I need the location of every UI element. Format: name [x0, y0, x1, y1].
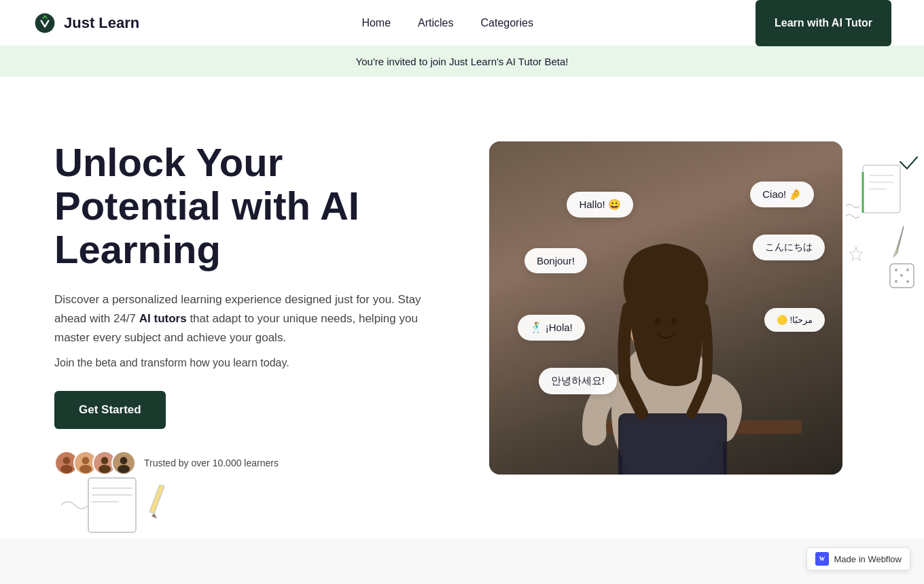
hero-bold-text: AI tutors: [139, 312, 187, 325]
svg-point-7: [895, 269, 898, 271]
svg-point-9: [900, 274, 903, 277]
avatar-stack: [54, 451, 136, 475]
navbar: Just Learn Home Articles Categories Lear…: [0, 0, 924, 46]
svg-rect-27: [622, 417, 723, 475]
nav-links: Home Articles Categories: [361, 17, 533, 29]
bottom-section: [0, 539, 924, 584]
svg-point-31: [671, 318, 677, 325]
nav-home[interactable]: Home: [361, 17, 391, 29]
hero-description-2: Join the beta and transform how you lear…: [54, 357, 435, 369]
svg-point-13: [63, 457, 71, 464]
svg-line-5: [897, 226, 904, 254]
svg-point-22: [120, 457, 128, 464]
svg-point-10: [895, 280, 898, 283]
banner-text: You're invited to join Just Learn's AI T…: [356, 56, 569, 67]
get-started-button[interactable]: Get Started: [54, 391, 166, 429]
svg-point-30: [655, 318, 660, 325]
svg-point-8: [906, 269, 909, 271]
hero-section: Unlock Your Potential with AI Learning D…: [0, 77, 924, 539]
avatar-4: [111, 451, 136, 475]
svg-point-16: [82, 457, 90, 464]
logo[interactable]: Just Learn: [33, 11, 139, 35]
webflow-logo-icon: [815, 552, 829, 566]
nav-articles[interactable]: Articles: [418, 17, 453, 29]
svg-point-11: [906, 280, 909, 283]
logo-icon: [33, 11, 57, 35]
svg-rect-36: [815, 552, 829, 566]
trusted-row: Trusted by over 10.000 learners: [54, 451, 435, 475]
svg-point-17: [79, 464, 92, 473]
logo-text: Just Learn: [64, 14, 139, 32]
nav-cta-button[interactable]: Learn with AI Tutor: [756, 0, 891, 46]
hero-right: Hallo! 😀 Ciao! 🤌 Bonjour! こんにちは 🕺 ¡Hola!…: [462, 141, 870, 475]
webflow-badge[interactable]: Made in Webflow: [806, 547, 910, 570]
person-illustration: [530, 189, 802, 475]
svg-point-20: [99, 464, 111, 473]
svg-point-19: [101, 457, 109, 464]
svg-point-23: [118, 464, 130, 473]
svg-point-14: [60, 464, 73, 473]
hero-title: Unlock Your Potential with AI Learning: [54, 141, 435, 271]
trusted-text: Trusted by over 10.000 learners: [144, 458, 279, 468]
svg-rect-6: [890, 264, 914, 288]
hero-image: Hallo! 😀 Ciao! 🤌 Bonjour! こんにちは 🕺 ¡Hola!…: [489, 141, 842, 475]
hero-left: Unlock Your Potential with AI Learning D…: [54, 141, 435, 475]
hero-description-1: Discover a personalized learning experie…: [54, 290, 435, 347]
announcement-banner: You're invited to join Just Learn's AI T…: [0, 46, 924, 77]
doodle-bottom-left: [54, 471, 190, 539]
nav-categories[interactable]: Categories: [481, 17, 533, 29]
svg-rect-32: [88, 478, 136, 532]
webflow-badge-text: Made in Webflow: [834, 554, 902, 564]
